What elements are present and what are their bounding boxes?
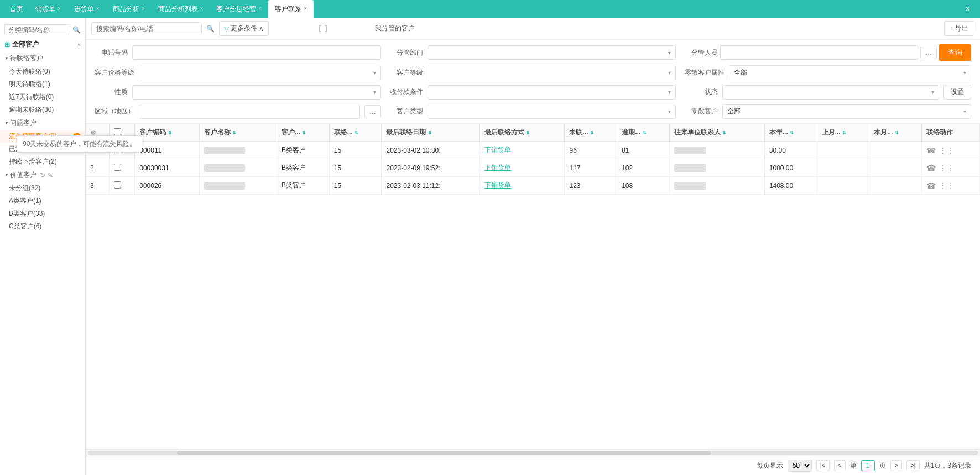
sort-icon-tmonth: ⇅ (895, 131, 899, 135)
price-level-select[interactable]: ▾ (139, 66, 381, 80)
sidebar-item-overdue-pending[interactable]: 逾期未联络(30) (0, 103, 85, 116)
nav-tab-sales[interactable]: 销货单 × (29, 0, 67, 18)
nav-tab-customer-contact[interactable]: 客户联系 × (268, 0, 314, 18)
settings-button[interactable]: 设置 (943, 85, 971, 100)
row-action-more-icon[interactable]: ⋮⋮ (939, 181, 955, 190)
nav-tab-analysis-list[interactable]: 商品分析列表 × (152, 0, 210, 18)
row-last-date: 2023-02-03 11:12: (382, 177, 480, 195)
query-button[interactable]: 查询 (939, 44, 971, 61)
my-customers-checkbox-label[interactable]: 我分管的客户 (273, 24, 415, 33)
region-dots-button[interactable]: … (364, 105, 381, 118)
region-input[interactable] (139, 105, 360, 119)
nav-tab-customer-tier[interactable]: 客户分层经营 × (210, 0, 268, 18)
col-this-month[interactable]: 本月... ⇅ (869, 124, 922, 142)
col-last-month[interactable]: 上月... ⇅ (817, 124, 869, 142)
filter-icon: ▽ (224, 25, 229, 33)
prev-page-button[interactable]: < (834, 460, 846, 471)
col-contact-person[interactable]: 往来单位联系人 ⇅ (669, 124, 764, 142)
scrollbar-thumb[interactable] (177, 451, 711, 455)
search-input[interactable] (91, 22, 202, 35)
col-uncontacted[interactable]: 未联... ⇅ (565, 124, 617, 142)
row-last-method[interactable]: 下销货单 (480, 177, 565, 195)
col-overdue[interactable]: 逾期... ⇅ (617, 124, 670, 142)
sidebar-item-today-pending[interactable]: 今天待联络(0) (0, 65, 85, 78)
row-action-contact-icon[interactable]: ☎ (926, 181, 936, 190)
sidebar-item-class-b[interactable]: B类客户(33) (0, 207, 85, 220)
row-type: B类客户 (277, 177, 330, 195)
sidebar-group-problem[interactable]: ▼ 问题客户 (0, 116, 85, 130)
close-tab-purchase[interactable]: × (96, 0, 100, 18)
search-button-icon[interactable]: 🔍 (206, 25, 215, 33)
close-tab-customer-contact[interactable]: × (304, 0, 307, 18)
row-action-more-icon[interactable]: ⋮⋮ (939, 146, 955, 155)
close-tab-sales[interactable]: × (58, 0, 61, 18)
manager-input[interactable] (720, 45, 918, 60)
manager-dots-button[interactable]: … (920, 46, 937, 59)
row-last-method[interactable]: 下销货单 (480, 159, 565, 177)
horizontal-scrollbar[interactable] (86, 449, 980, 456)
row-checkbox[interactable] (109, 177, 134, 195)
sidebar-search-icon[interactable]: 🔍 (72, 26, 81, 34)
payment-select[interactable]: ▾ (428, 85, 676, 100)
zero-attr-select[interactable]: 全部▾ (729, 65, 971, 80)
phone-input[interactable] (132, 45, 381, 60)
table-row: 1 000011 ████ B类客户 15 2023-03-02 10:30: … (86, 142, 980, 159)
table-row: 2 00030031 ████ B类客户 15 2023-02-09 19:52… (86, 159, 980, 177)
window-close-button[interactable]: × (960, 4, 976, 13)
sidebar-group-pending[interactable]: ▼ 待联络客户 (0, 51, 85, 65)
row-code: 000026 (135, 177, 199, 195)
close-tab-customer-tier[interactable]: × (258, 0, 262, 18)
refresh-icon[interactable]: ↻ (40, 171, 45, 179)
sidebar-item-week-pending[interactable]: 近7天待联络(0) (0, 91, 85, 103)
per-page-select[interactable]: 50 (788, 460, 812, 472)
sidebar-item-ungrouped[interactable]: 未分组(32) (0, 182, 85, 195)
nav-home[interactable]: 首页 (4, 0, 29, 18)
filter-row-manager: 分管人员 … 查询 (685, 44, 971, 61)
sidebar-item-tomorrow-pending[interactable]: 明天待联络(1) (0, 78, 85, 91)
row-code: 00030031 (135, 159, 199, 177)
first-page-button[interactable]: |< (816, 460, 830, 471)
more-conditions-button[interactable]: ▽ 更多条件 ∧ (219, 21, 269, 36)
row-action-contact-icon[interactable]: ☎ (926, 146, 936, 155)
filter-row-status: 状态 ▾ 设置 (685, 85, 971, 100)
row-action-more-icon[interactable]: ⋮⋮ (939, 164, 955, 173)
col-code[interactable]: 客户编码 ⇅ (135, 124, 199, 142)
sidebar-group-value[interactable]: ▼ 价值客户 ↻ ✎ (0, 168, 85, 182)
row-last-month (817, 159, 869, 177)
export-button[interactable]: ↑ 导出 (944, 21, 974, 36)
status-select[interactable]: ▾ (722, 85, 939, 100)
col-this-year[interactable]: 本年... ⇅ (764, 124, 817, 142)
main-content: 🔍 ▽ 更多条件 ∧ 我分管的客户 ↑ 导出 电话号码 (86, 18, 980, 475)
customer-type-select[interactable]: ▾ (428, 105, 676, 119)
filter-row-payment: 收付款条件 ▾ (390, 85, 676, 100)
my-customers-checkbox[interactable] (273, 25, 373, 32)
col-last-date[interactable]: 最后联络日期 ⇅ (382, 124, 480, 142)
customer-level-select[interactable]: ▾ (428, 66, 676, 80)
nav-tab-purchase[interactable]: 进货单 × (67, 0, 106, 18)
sidebar-item-class-a[interactable]: A类客户(1) (0, 195, 85, 207)
row-last-method[interactable]: 下销货单 (480, 142, 565, 159)
sidebar-all-customers[interactable]: ⊞ 全部客户 « (0, 38, 85, 51)
nav-tab-analysis[interactable]: 商品分析 × (106, 0, 152, 18)
sort-icon-name: ⇅ (232, 131, 236, 135)
sidebar-item-class-c[interactable]: C类客户(6) (0, 220, 85, 233)
collapse-icon[interactable]: « (77, 41, 81, 48)
sidebar-item-declining[interactable]: 持续下滑客户(2) (0, 155, 85, 168)
next-page-button[interactable]: > (890, 460, 902, 471)
dept-select[interactable]: ▾ (428, 45, 676, 60)
col-type[interactable]: 客户... ⇅ (277, 124, 330, 142)
row-checkbox[interactable] (109, 159, 134, 177)
col-last-method[interactable]: 最后联络方式 ⇅ (480, 124, 565, 142)
gender-select[interactable]: ▾ (132, 85, 381, 100)
col-name[interactable]: 客户名称 ⇅ (199, 124, 277, 142)
col-contact-count[interactable]: 联络... ⇅ (329, 124, 382, 142)
filter-row-region: 区域（地区） … (95, 104, 381, 119)
row-action-contact-icon[interactable]: ☎ (926, 164, 936, 173)
zero-customer-select[interactable]: 全部▾ (722, 104, 971, 119)
edit-icon[interactable]: ✎ (48, 171, 53, 179)
select-all-checkbox[interactable] (114, 128, 121, 135)
close-tab-analysis-list[interactable]: × (200, 0, 204, 18)
last-page-button[interactable]: >| (906, 460, 920, 471)
sidebar-search-input[interactable] (4, 24, 70, 35)
close-tab-analysis[interactable]: × (142, 0, 145, 18)
